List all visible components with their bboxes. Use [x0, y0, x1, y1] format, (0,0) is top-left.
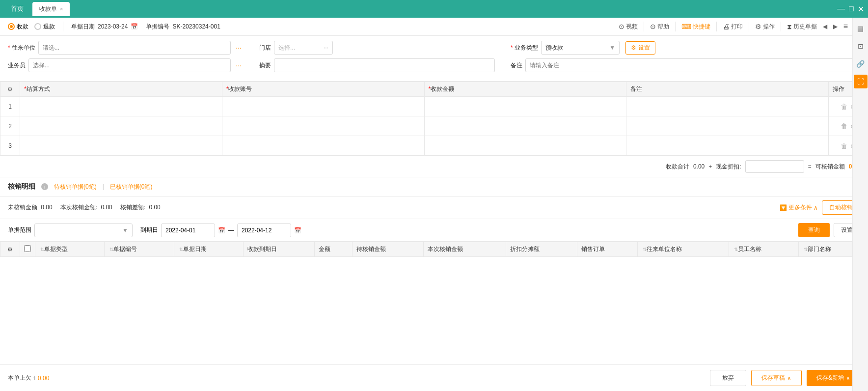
amount-input-1[interactable] — [425, 97, 626, 116]
td-remark-1[interactable] — [626, 97, 829, 116]
calendar-to-icon[interactable]: 📅 — [294, 227, 301, 234]
date-range-label: 到期日 — [140, 226, 158, 234]
shop-select[interactable]: 选择... ··· — [274, 41, 333, 55]
summary-input[interactable] — [274, 58, 495, 72]
delete-icon-3[interactable]: 🗑 — [841, 142, 847, 150]
sidebar-icon-1[interactable]: ▤ — [854, 22, 868, 35]
th-sales-order: 销售订单 — [577, 242, 637, 257]
table-row: 2 🗑 ⊕ — [0, 116, 868, 136]
td-account-3[interactable] — [222, 136, 424, 156]
th-unit-name: ⇅往来单位名称 — [637, 242, 729, 257]
tab-active[interactable]: 收款单 × — [32, 2, 70, 16]
th-doc-type: ⇅单据类型 — [35, 242, 105, 257]
this-hexiao-label: 本次核销金额: — [60, 204, 97, 211]
radio-shoukuan[interactable]: 收款 — [8, 23, 28, 31]
remark-input-2[interactable] — [626, 116, 828, 136]
td-settle-1[interactable] — [20, 97, 222, 116]
account-input-2[interactable] — [222, 116, 424, 136]
calendar-icon[interactable]: 📅 — [131, 23, 138, 30]
shop-label: 门店 — [259, 44, 271, 52]
row-num-1: 1 — [0, 97, 20, 116]
td-amount-1[interactable] — [424, 97, 626, 116]
from-unit-input[interactable] — [38, 41, 231, 55]
from-unit-field: * 往来单位 ··· — [8, 41, 244, 55]
abandon-button[interactable]: 放弃 — [710, 370, 746, 386]
form-row-2: 业务员 ··· 摘要 备注 — [8, 58, 860, 72]
bottom-bar: 本单上欠 ℹ 0.00 放弃 保存草稿 ∧ 保存&新增 ∧ — [0, 364, 868, 391]
info-icon[interactable]: ℹ — [33, 375, 36, 382]
th-gear-bottom[interactable]: ⚙ — [0, 242, 20, 257]
delete-icon-2[interactable]: 🗑 — [841, 122, 847, 130]
btn-ops[interactable]: ⚙ 操作 — [755, 23, 775, 31]
btn-history[interactable]: ⧗ 历史单据 — [787, 23, 817, 31]
th-checkbox[interactable] — [20, 242, 35, 257]
save-draft-button[interactable]: 保存草稿 ∧ — [751, 370, 802, 386]
account-input-1[interactable] — [222, 97, 424, 116]
settle-input-2[interactable] — [20, 116, 222, 136]
shop-arrow-icon: ··· — [324, 44, 328, 51]
hexiao-info-icon[interactable]: i — [41, 183, 48, 190]
calendar-from-icon[interactable]: 📅 — [218, 227, 225, 234]
td-settle-2[interactable] — [20, 116, 222, 136]
remark-input[interactable] — [525, 58, 860, 72]
hexiao-tab-pending[interactable]: 待核销单据(0笔) — [54, 183, 97, 191]
from-unit-more-btn[interactable]: ··· — [234, 44, 244, 52]
discount-input[interactable] — [745, 160, 804, 173]
settings-gear-icon: ⚙ — [631, 44, 636, 51]
account-input-3[interactable] — [222, 136, 424, 155]
td-amount-2[interactable] — [424, 116, 626, 136]
tab-close-icon[interactable]: × — [60, 6, 63, 12]
print-icon: 🖨 — [723, 23, 730, 30]
save-draft-label: 保存草稿 — [761, 374, 785, 382]
settings-button[interactable]: ⚙ 设置 — [625, 41, 655, 55]
close-icon[interactable]: ✕ — [858, 4, 864, 14]
radio-tuikuan[interactable]: 退款 — [34, 23, 55, 31]
amount-input-3[interactable] — [425, 136, 626, 155]
delete-icon-1[interactable]: 🗑 — [841, 103, 847, 111]
btn-help[interactable]: ⊙ 帮助 — [650, 23, 669, 31]
sidebar-icon-4[interactable]: ⛶ — [854, 75, 868, 88]
table-gear-icon[interactable]: ⚙ — [7, 86, 13, 93]
date-to-input[interactable] — [237, 223, 291, 237]
hexiao-tab-done[interactable]: 已核销单据(0笔) — [110, 183, 153, 191]
date-from-input[interactable] — [161, 223, 215, 237]
sidebar-icon-3[interactable]: 🔗 — [854, 57, 868, 71]
select-all-checkbox[interactable] — [24, 245, 31, 252]
nav-left-icon[interactable]: ◀ — [823, 23, 827, 30]
staff-input[interactable] — [28, 58, 231, 72]
td-remark-2[interactable] — [626, 116, 829, 136]
td-account-1[interactable] — [222, 97, 424, 116]
more-conditions-btn[interactable]: 🔽 更多条件 ∧ — [780, 203, 818, 212]
no-label: 单据编号 — [146, 23, 169, 31]
td-account-2[interactable] — [222, 116, 424, 136]
staff-more-btn[interactable]: ··· — [234, 61, 244, 69]
radio-group: 收款 退款 — [8, 23, 55, 31]
th-gear: ⚙ — [0, 82, 20, 97]
remark-input-1[interactable] — [626, 97, 828, 116]
td-settle-3[interactable] — [20, 136, 222, 156]
td-remark-3[interactable] — [626, 136, 829, 156]
remark-input-3[interactable] — [626, 136, 828, 155]
sidebar-icon-2[interactable]: ⊡ — [854, 39, 868, 53]
settle-input-3[interactable] — [20, 136, 222, 155]
minimize-icon[interactable]: — — [837, 4, 845, 13]
range-select[interactable]: ▼ — [34, 223, 133, 237]
biz-type-select[interactable]: 预收款 ▼ — [541, 41, 620, 55]
tab-home[interactable]: 首页 — [4, 1, 30, 16]
biz-type-value: 预收款 — [545, 44, 563, 52]
btn-print[interactable]: 🖨 打印 — [723, 23, 743, 31]
th-settle: *结算方式 — [20, 82, 222, 97]
amount-input-2[interactable] — [425, 116, 626, 136]
no-value: SK-20230324-001 — [172, 23, 220, 30]
query-button[interactable]: 查询 — [798, 223, 830, 237]
settle-input-1[interactable] — [20, 97, 222, 116]
btn-video[interactable]: ⊙ 视频 — [619, 23, 638, 31]
range-field: 单据范围 ▼ — [8, 223, 133, 237]
btn-shortcut[interactable]: ⌨ 快捷键 — [681, 23, 710, 31]
total-value: 0.00 — [38, 375, 49, 382]
td-amount-3[interactable] — [424, 136, 626, 156]
remark-label: 备注 — [511, 61, 522, 70]
nav-right-icon[interactable]: ▶ — [833, 23, 838, 30]
menu-icon[interactable]: ≡ — [843, 22, 848, 31]
maximize-icon[interactable]: □ — [849, 4, 854, 13]
